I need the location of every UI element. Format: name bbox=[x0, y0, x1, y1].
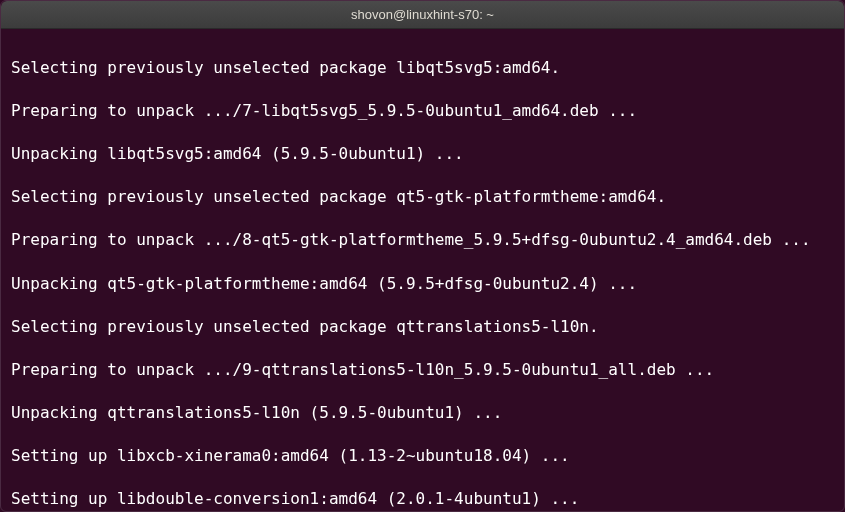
terminal-line: Preparing to unpack .../7-libqt5svg5_5.9… bbox=[11, 100, 834, 122]
terminal-line: Unpacking libqt5svg5:amd64 (5.9.5-0ubunt… bbox=[11, 143, 834, 165]
terminal-line: Unpacking qt5-gtk-platformtheme:amd64 (5… bbox=[11, 273, 834, 295]
terminal-line: Selecting previously unselected package … bbox=[11, 186, 834, 208]
terminal-output[interactable]: Selecting previously unselected package … bbox=[1, 29, 844, 512]
terminal-line: Selecting previously unselected package … bbox=[11, 316, 834, 338]
terminal-line: Setting up libdouble-conversion1:amd64 (… bbox=[11, 488, 834, 510]
terminal-line: Preparing to unpack .../9-qttranslations… bbox=[11, 359, 834, 381]
window-title: shovon@linuxhint-s70: ~ bbox=[351, 6, 494, 24]
terminal-line: Setting up libxcb-xinerama0:amd64 (1.13-… bbox=[11, 445, 834, 467]
window-titlebar: shovon@linuxhint-s70: ~ bbox=[1, 1, 844, 29]
terminal-line: Selecting previously unselected package … bbox=[11, 57, 834, 79]
terminal-line: Preparing to unpack .../8-qt5-gtk-platfo… bbox=[11, 229, 834, 251]
terminal-line: Unpacking qttranslations5-l10n (5.9.5-0u… bbox=[11, 402, 834, 424]
